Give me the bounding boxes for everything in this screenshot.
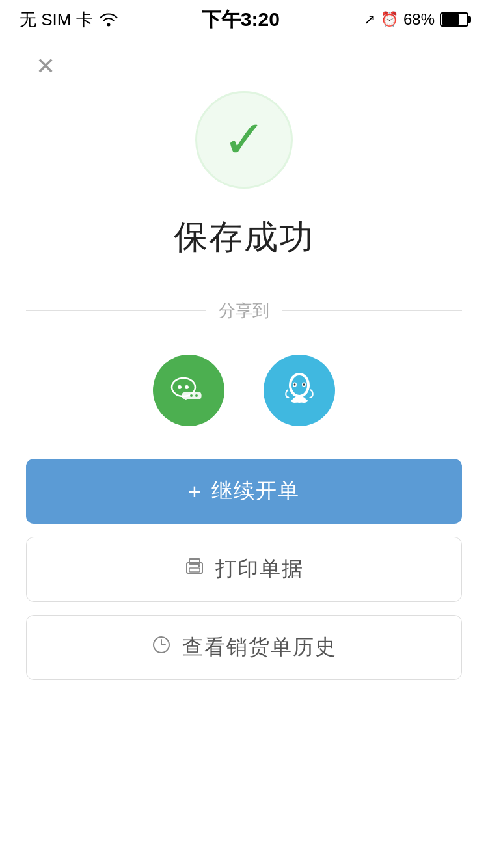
share-wechat-button[interactable] (153, 355, 224, 426)
history-button[interactable]: 查看销货单历史 (26, 615, 462, 680)
alarm-icon: ⏰ (381, 11, 398, 28)
print-icon (184, 556, 205, 582)
history-label: 查看销货单历史 (182, 633, 337, 662)
print-label: 打印单据 (215, 555, 304, 584)
close-button[interactable]: ✕ (26, 47, 65, 86)
success-circle: ✓ (195, 91, 293, 189)
main-content: ✓ 保存成功 分享到 (0, 39, 488, 680)
battery-label: 68% (403, 10, 435, 29)
share-qq-button[interactable] (264, 355, 335, 426)
status-time: 下午3:20 (202, 7, 280, 33)
svg-rect-16 (189, 568, 200, 572)
print-button[interactable]: 打印单据 (26, 537, 462, 602)
close-icon: ✕ (36, 55, 55, 78)
share-label: 分享到 (219, 299, 269, 322)
continue-button[interactable]: + 继续开单 (26, 459, 462, 524)
qq-icon (280, 371, 318, 410)
location-icon: ↗ (364, 11, 375, 28)
status-bar: 无 SIM 卡 下午3:20 ↗ ⏰ 68% (0, 0, 488, 39)
continue-icon: + (188, 479, 201, 504)
status-left: 无 SIM 卡 (20, 8, 118, 31)
action-buttons: + 继续开单 打印单据 查看销货单历史 (0, 459, 488, 680)
svg-point-13 (300, 399, 308, 403)
carrier-label: 无 SIM 卡 (20, 8, 93, 31)
battery-icon (440, 12, 468, 27)
share-divider: 分享到 (26, 299, 462, 322)
svg-point-4 (195, 394, 198, 397)
share-section: 分享到 (0, 299, 488, 426)
svg-point-10 (303, 383, 305, 386)
history-icon (151, 634, 172, 660)
success-title: 保存成功 (174, 215, 314, 260)
wechat-icon (169, 374, 208, 407)
share-buttons (26, 355, 462, 426)
svg-point-1 (178, 385, 182, 389)
svg-point-2 (185, 385, 189, 389)
wifi-icon (100, 12, 118, 27)
svg-point-17 (198, 565, 200, 567)
status-right: ↗ ⏰ 68% (364, 10, 468, 29)
svg-point-3 (190, 394, 193, 397)
continue-label: 继续开单 (211, 477, 300, 506)
checkmark-icon: ✓ (223, 114, 266, 166)
svg-point-9 (294, 383, 296, 386)
svg-point-12 (291, 399, 299, 403)
